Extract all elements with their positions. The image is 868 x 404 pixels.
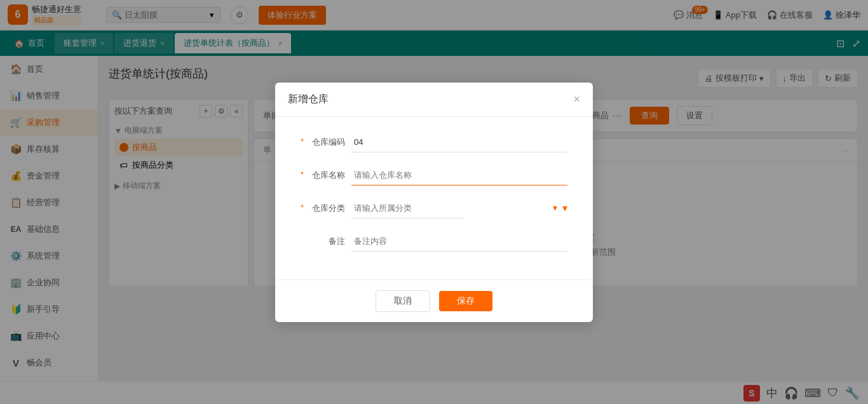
warehouse-name-label: 仓库名称: [301, 170, 351, 181]
warehouse-category-row: 仓库分类 ▾: [301, 198, 567, 219]
cancel-button[interactable]: 取消: [376, 290, 430, 312]
save-button[interactable]: 保存: [439, 291, 492, 311]
warehouse-code-input[interactable]: [351, 132, 567, 152]
warehouse-name-input[interactable]: [351, 165, 567, 185]
modal-close-button[interactable]: ×: [573, 93, 580, 106]
modal-body: 仓库编码 仓库名称 仓库分类 ▾ 备注: [275, 117, 593, 279]
modal-title: 新增仓库: [288, 93, 329, 106]
modal-header: 新增仓库 ×: [275, 83, 593, 117]
new-warehouse-modal: 新增仓库 × 仓库编码 仓库名称 仓库分类 ▾: [275, 83, 593, 322]
warehouse-code-label: 仓库编码: [301, 137, 351, 148]
remark-label: 备注: [301, 236, 351, 247]
warehouse-code-row: 仓库编码: [301, 132, 567, 152]
category-dropdown-icon[interactable]: ▾: [562, 202, 567, 214]
warehouse-category-label: 仓库分类: [301, 203, 351, 214]
modal-footer: 取消 保存: [275, 279, 593, 322]
modal-overlay[interactable]: 新增仓库 × 仓库编码 仓库名称 仓库分类 ▾: [0, 0, 868, 404]
remark-input[interactable]: [351, 231, 567, 252]
warehouse-name-row: 仓库名称: [301, 165, 567, 185]
warehouse-category-input[interactable]: [351, 198, 463, 219]
remark-row: 备注: [301, 231, 567, 252]
